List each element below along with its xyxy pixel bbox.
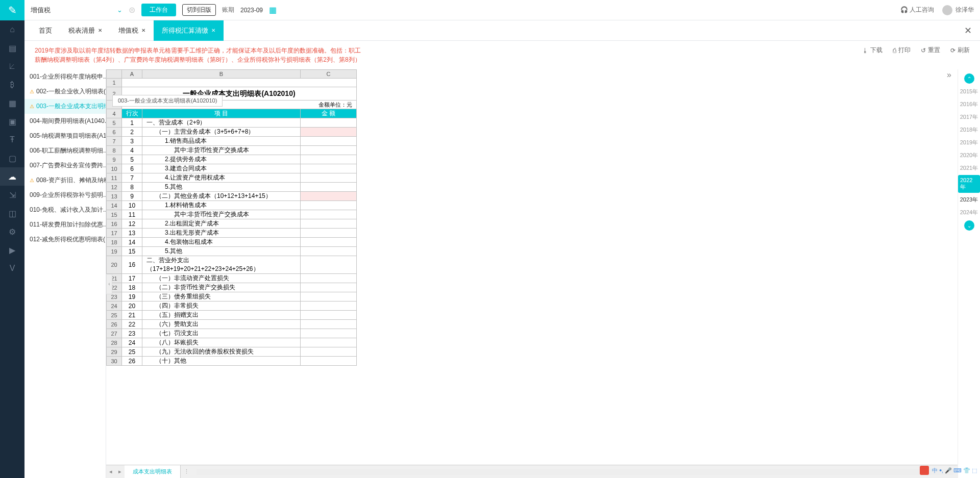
support-link[interactable]: 🎧 人工咨询 xyxy=(900,6,934,14)
horizontal-scrollbar[interactable] xyxy=(197,469,953,475)
sheet-tab[interactable]: 成本支出明细表 xyxy=(125,465,181,479)
nav-settings-icon[interactable]: ⚙ xyxy=(0,222,24,241)
amount-cell[interactable] xyxy=(301,164,357,173)
collapse-handle[interactable]: ‹ xyxy=(106,274,112,294)
amount-cell[interactable] xyxy=(301,238,357,247)
year-item[interactable]: 2023年 xyxy=(959,194,979,206)
row-item: 4.让渡资产使用权成本 xyxy=(142,173,301,183)
nav-t-icon[interactable]: Ŧ xyxy=(0,131,24,149)
amount-cell[interactable] xyxy=(301,357,357,366)
calendar-icon[interactable]: ▦ xyxy=(269,5,277,15)
ime-logo-icon[interactable] xyxy=(920,466,929,475)
print-action[interactable]: ⎙ 打印 xyxy=(893,46,911,55)
amount-cell[interactable] xyxy=(301,210,357,219)
col-header[interactable]: C xyxy=(301,70,357,79)
amount-cell[interactable] xyxy=(301,183,357,192)
year-item[interactable]: 2022年 xyxy=(958,175,980,193)
year-item[interactable]: 2020年 xyxy=(959,149,979,161)
amount-cell[interactable] xyxy=(301,146,357,155)
amount-cell[interactable] xyxy=(301,329,357,338)
nav-item[interactable]: 010-免税、减计收入及加计... xyxy=(24,203,106,217)
amount-cell[interactable] xyxy=(301,347,357,357)
sheet-menu-icon[interactable]: ⋮ xyxy=(181,468,192,475)
nav-home-icon[interactable]: ⌂ xyxy=(0,20,24,39)
nav-v-icon[interactable]: V xyxy=(0,259,24,278)
row-number: 26 xyxy=(122,357,142,366)
year-up-icon[interactable]: ⌃ xyxy=(964,73,974,84)
nav-video-icon[interactable]: ▶ xyxy=(0,241,24,259)
amount-cell[interactable] xyxy=(301,219,357,229)
header-amount: 金 额 xyxy=(301,109,357,118)
year-item[interactable]: 2024年 xyxy=(959,207,979,218)
sheet-next-icon[interactable]: ▸ xyxy=(115,468,125,475)
tab-增值税[interactable]: 增值税✕ xyxy=(110,20,154,41)
amount-cell[interactable] xyxy=(301,155,357,164)
nav-export-icon[interactable]: ⇲ xyxy=(0,186,24,204)
nav-calendar-icon[interactable]: ▢ xyxy=(0,149,24,167)
refresh-action[interactable]: ⟳ 刷新 xyxy=(950,46,970,55)
col-header[interactable]: B xyxy=(142,70,301,79)
amount-cell[interactable] xyxy=(301,229,357,238)
year-item[interactable]: 2015年 xyxy=(959,86,979,97)
tab-首页[interactable]: 首页 xyxy=(31,20,60,41)
nav-item[interactable]: 004-期间费用明细表(A1040... xyxy=(24,114,106,129)
user-menu[interactable]: 徐泽华 xyxy=(942,5,974,15)
nav-item[interactable]: 012-减免所得税优惠明细表(... xyxy=(24,232,106,247)
nav-item[interactable]: 005-纳税调整项目明细表(A1... xyxy=(24,129,106,143)
amount-cell[interactable] xyxy=(301,311,357,320)
amount-cell[interactable] xyxy=(301,128,357,137)
close-icon[interactable]: ✕ xyxy=(98,28,102,33)
amount-cell[interactable] xyxy=(301,320,357,329)
sheet-scroll[interactable]: ABC12一般企业成本支出明细表(A102010)3金额单位：元4行次项 目金 … xyxy=(106,69,958,465)
amount-cell[interactable] xyxy=(301,301,357,311)
nav-item[interactable]: 011-研发费用加计扣除优惠... xyxy=(24,217,106,232)
reset-action[interactable]: ↺ 重置 xyxy=(921,46,940,55)
download-action[interactable]: ⭳ 下载 xyxy=(862,46,883,55)
workspace-button[interactable]: 工作台 xyxy=(141,4,176,16)
amount-cell[interactable] xyxy=(301,192,357,201)
nav-form-icon[interactable]: ▣ xyxy=(0,112,24,131)
nav-item[interactable]: ⚠002-一般企业收入明细表(A... xyxy=(24,84,106,99)
nav-item[interactable]: ⚠008-资产折旧、摊销及纳税... xyxy=(24,173,106,188)
amount-cell[interactable] xyxy=(301,173,357,183)
nav-report-icon[interactable]: ▦ xyxy=(0,94,24,112)
close-all-icon[interactable]: ✕ xyxy=(962,23,974,38)
nav-item[interactable]: 009-企业所得税弥补亏损明... xyxy=(24,188,106,203)
year-down-icon[interactable]: ⌄ xyxy=(964,220,974,231)
year-item[interactable]: 2019年 xyxy=(959,137,979,148)
year-item[interactable]: 2021年 xyxy=(959,162,979,174)
tab-所得税汇算清缴[interactable]: 所得税汇算清缴✕ xyxy=(154,20,224,41)
amount-cell[interactable] xyxy=(301,137,357,146)
amount-cell[interactable] xyxy=(301,256,357,274)
nav-doc-icon[interactable]: ▤ xyxy=(0,39,24,57)
sheet-prev-icon[interactable]: ◂ xyxy=(106,468,115,475)
tab-税表清册[interactable]: 税表清册✕ xyxy=(60,20,110,41)
expand-icon[interactable]: » xyxy=(943,70,955,80)
period-value[interactable]: 2023-09 xyxy=(240,7,263,14)
col-header[interactable]: A xyxy=(122,70,142,79)
ime-status[interactable]: 中 ꔷ, 🎤 ⌨ 👕 ⬚ xyxy=(932,467,977,474)
amount-cell[interactable] xyxy=(301,201,357,210)
nav-item[interactable]: ⚠003-一般企业成本支出明细... xyxy=(24,99,106,114)
amount-cell[interactable] xyxy=(301,247,357,256)
year-item[interactable]: 2016年 xyxy=(959,98,979,110)
nav-tax-icon[interactable]: ☁ xyxy=(0,167,24,186)
app-logo[interactable]: ✎ xyxy=(0,0,24,20)
amount-cell[interactable] xyxy=(301,274,357,283)
year-item[interactable]: 2017年 xyxy=(959,111,979,123)
nav-money-icon[interactable]: ₿ xyxy=(0,76,24,94)
amount-cell[interactable] xyxy=(301,292,357,301)
nav-item[interactable]: 007-广告费和业务宣传费跨... xyxy=(24,158,106,173)
company-dropdown[interactable]: 增值税 ⌄ xyxy=(31,6,122,15)
nav-item[interactable]: 006-职工薪酬纳税调整明细... xyxy=(24,143,106,158)
nav-chart-icon[interactable]: ⟀ xyxy=(0,57,24,76)
nav-item[interactable]: 001-企业所得税年度纳税申... xyxy=(24,69,106,84)
year-item[interactable]: 2018年 xyxy=(959,124,979,136)
close-icon[interactable]: ✕ xyxy=(141,28,145,33)
close-icon[interactable]: ✕ xyxy=(211,28,215,33)
nav-inbox-icon[interactable]: ◫ xyxy=(0,204,24,222)
oldversion-button[interactable]: 切到旧版 xyxy=(182,4,216,16)
amount-cell[interactable] xyxy=(301,338,357,347)
amount-cell[interactable] xyxy=(301,283,357,292)
amount-cell[interactable] xyxy=(301,118,357,128)
